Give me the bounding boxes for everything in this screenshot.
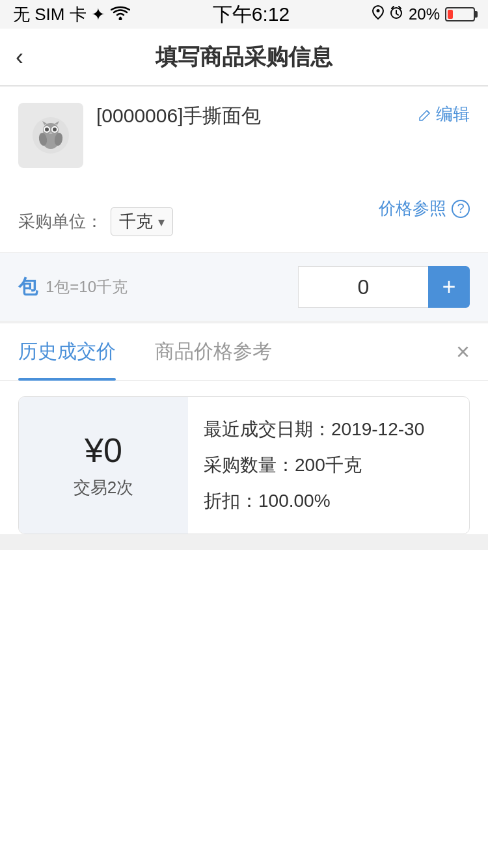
wifi-icon [111, 5, 130, 25]
tab-underline [18, 378, 116, 381]
discount-value: 100.00% [258, 491, 331, 511]
quantity-control: 0 + [298, 266, 470, 308]
status-right: 20% [372, 5, 475, 23]
history-price: ¥0 [85, 431, 122, 470]
product-name: [0000006]手撕面包 [96, 103, 261, 129]
quantity-left: 包 1包=10千克 [18, 274, 128, 301]
history-card-left: ¥0 交易2次 [19, 397, 188, 534]
history-date-row: 最近成交日期：2019-12-30 [204, 416, 454, 442]
tab-history-price[interactable]: 历史成交价 [18, 323, 116, 381]
product-card: [0000006]手撕面包 编辑 采购单位： 千克 ▾ 价格参照 ? [0, 87, 488, 252]
battery-percent: 20% [409, 5, 440, 23]
edit-button[interactable]: 编辑 [418, 103, 470, 126]
help-circle-icon: ? [452, 200, 470, 218]
discount-label: 折扣： [204, 491, 258, 511]
tabs-left: 历史成交价 商品价格参考 [18, 323, 272, 381]
svg-point-1 [376, 9, 379, 12]
sim-label: 无 SIM 卡 ✦ [13, 3, 105, 26]
status-left: 无 SIM 卡 ✦ [13, 3, 130, 26]
close-panel-button[interactable]: × [456, 338, 470, 366]
tab-price-reference[interactable]: 商品价格参考 [155, 323, 272, 381]
quantity-input[interactable]: 0 [298, 266, 428, 308]
unit-row: 采购单位： 千克 ▾ [18, 207, 173, 236]
quantity-unit: 包 [18, 274, 38, 301]
page-title: 填写商品采购信息 [156, 42, 332, 72]
unit-label: 采购单位： [18, 210, 103, 233]
unit-selector[interactable]: 千克 ▾ [111, 207, 173, 236]
history-quantity-row: 采购数量：200千克 [204, 452, 454, 478]
product-left-section: [0000006]手撕面包 [18, 103, 261, 168]
date-value: 2019-12-30 [331, 419, 424, 439]
time-display: 下午6:12 [213, 1, 290, 28]
trade-count: 交易2次 [74, 476, 133, 499]
product-thumbnail [31, 116, 70, 155]
nav-bar: ‹ 填写商品采购信息 [0, 29, 488, 86]
product-image [18, 103, 83, 168]
status-bar: 无 SIM 卡 ✦ 下午6:12 [0, 0, 488, 29]
history-discount-row: 折扣：100.00% [204, 488, 454, 513]
quantity-label: 采购数量： [204, 455, 295, 475]
quantity-value: 200千克 [295, 455, 362, 475]
svg-line-4 [396, 14, 398, 15]
alarm-icon [389, 5, 403, 23]
date-label: 最近成交日期： [204, 419, 331, 439]
quantity-row: 包 1包=10千克 0 + [0, 253, 488, 321]
chevron-down-icon: ▾ [158, 214, 165, 230]
product-top-row: [0000006]手撕面包 编辑 [18, 103, 470, 168]
quantity-conversion: 1包=10千克 [46, 277, 128, 297]
price-reference-button[interactable]: 价格参照 ? [379, 197, 470, 220]
bottom-panel: 历史成交价 商品价格参考 × ¥0 交易2次 最近成交日期：2019-12-30… [0, 323, 488, 534]
svg-line-17 [427, 111, 429, 113]
product-bottom-row: 采购单位： 千克 ▾ 价格参照 ? [18, 181, 470, 236]
svg-point-0 [118, 17, 122, 20]
empty-content-area [0, 550, 488, 868]
location-icon [372, 5, 384, 23]
unit-value: 千克 [119, 210, 153, 233]
svg-point-10 [45, 128, 49, 131]
quantity-plus-button[interactable]: + [428, 266, 470, 308]
history-card-right: 最近成交日期：2019-12-30 采购数量：200千克 折扣：100.00% [188, 397, 469, 534]
back-button[interactable]: ‹ [16, 44, 23, 71]
svg-point-11 [53, 128, 57, 131]
battery-icon [445, 7, 475, 21]
tabs-row: 历史成交价 商品价格参考 × [0, 323, 488, 381]
history-price-card: ¥0 交易2次 最近成交日期：2019-12-30 采购数量：200千克 折扣：… [18, 396, 470, 534]
product-info: [0000006]手撕面包 [96, 103, 261, 140]
